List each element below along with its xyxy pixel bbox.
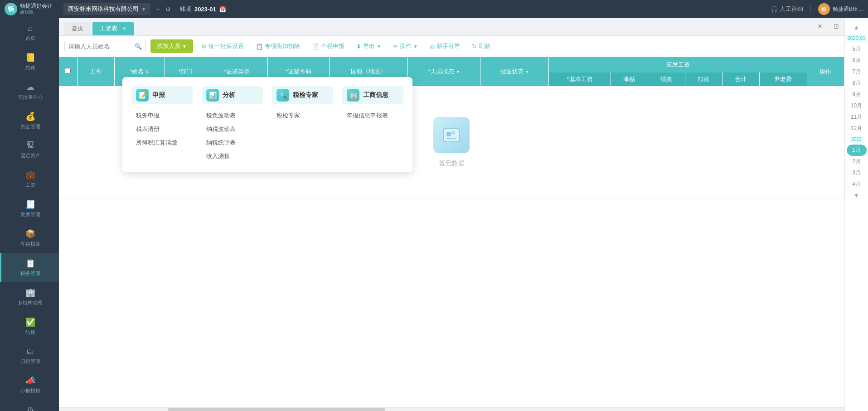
sidebar-item-promotion[interactable]: 📣 小畅报销 xyxy=(0,370,59,400)
timeline-month-5[interactable]: 5月 xyxy=(847,44,867,55)
support-btn[interactable]: 🎧 人工咨询 xyxy=(771,5,803,13)
sidebar-item-settle[interactable]: ✅ 结账 xyxy=(0,312,59,341)
restore-button[interactable]: ⊡ xyxy=(828,18,844,34)
sidebar-item-home[interactable]: ⌂ 首页 xyxy=(0,18,59,47)
settings-btn[interactable]: ⚙ xyxy=(165,6,171,13)
th-base-salary: *基本工资 xyxy=(549,73,611,86)
tab-close-icon[interactable]: ✕ xyxy=(122,25,126,32)
sidebar-item-archive[interactable]: 🗂 归档管理 xyxy=(0,341,59,370)
menu-item-tax-expert[interactable]: 税检专家 xyxy=(272,109,333,122)
operate-btn[interactable]: ✏ 操作 ▼ xyxy=(389,40,422,52)
sidebar-item-multi-org[interactable]: 🏢 多机构管理 xyxy=(0,282,59,312)
select-all-checkbox[interactable] xyxy=(65,68,71,74)
timeline-month-7[interactable]: 7月 xyxy=(847,66,867,77)
guide-btn[interactable]: ◎ 新手引导 xyxy=(426,40,464,52)
operate-label: 操作 xyxy=(400,42,412,50)
sidebar-item-tax[interactable]: 📋 税务管理 xyxy=(0,253,59,282)
timeline-month-6[interactable]: 6月 xyxy=(847,55,867,66)
calendar-icon[interactable]: 📅 xyxy=(219,6,226,13)
menu-item-income-tax-settle[interactable]: 所得税汇算清缴 xyxy=(131,136,193,150)
timeline-down-btn[interactable]: ▼ xyxy=(852,190,862,201)
menu-item-tax-table[interactable]: 税表清册 xyxy=(131,122,193,136)
menu-item-annual-report[interactable]: 年报信息申报表 xyxy=(342,109,403,122)
tab-payroll[interactable]: 工资表 ✕ xyxy=(92,22,134,35)
sidebar-label-ledger: 总账 xyxy=(25,64,35,71)
report-filter-icon[interactable]: ▼ xyxy=(525,69,529,74)
timeline-month-10[interactable]: 10月 xyxy=(847,100,867,111)
add-employee-btn[interactable]: 添加人员 ▼ xyxy=(150,39,193,53)
sidebar-item-inventory[interactable]: 📦 库存核算 xyxy=(0,223,59,253)
svg-rect-0 xyxy=(444,128,459,142)
menu-item-income-calc[interactable]: 收入测算 xyxy=(202,150,263,163)
fixed-asset-icon: 🏗 xyxy=(26,141,34,150)
timeline-month-4[interactable]: 4月 xyxy=(847,179,867,190)
declaration-icon: 📝 xyxy=(136,89,149,102)
timeline-month-3[interactable]: 3月 xyxy=(847,167,867,179)
tax-return-icon: 📄 xyxy=(312,43,319,50)
basic-icon: ⚙ xyxy=(27,405,34,411)
sidebar-item-payroll[interactable]: 💼 工资 xyxy=(0,164,59,194)
sidebar-label-fixed-asset: 固定资产 xyxy=(20,152,40,159)
empty-text: 暂无数据 xyxy=(439,160,464,168)
th-checkbox[interactable] xyxy=(59,57,77,86)
right-timeline: ▲ 2023.01 5月 6月 7月 8月 9月 10月 11月 12月 202… xyxy=(844,18,868,411)
sidebar-item-fixed-asset[interactable]: 🏗 固定资产 xyxy=(0,135,59,164)
menu-item-tax-burden[interactable]: 税负波动表 xyxy=(202,109,263,122)
period-display: 账期 2023-01 📅 xyxy=(180,5,226,13)
invoice-icon: 🧾 xyxy=(25,199,35,209)
timeline-up-btn[interactable]: ▲ xyxy=(852,22,862,33)
settle-icon: ✅ xyxy=(25,317,35,327)
inventory-icon: 📦 xyxy=(25,229,35,239)
special-deduction-btn[interactable]: 📋 专项附加扣除 xyxy=(252,40,304,52)
sidebar-item-ledger[interactable]: 📒 总账 xyxy=(0,47,59,77)
home-icon: ⌂ xyxy=(28,24,33,33)
th-status: *人员状态 ▼ xyxy=(408,57,480,86)
add-label: 添加人员 xyxy=(157,42,180,50)
analysis-icon: 📊 xyxy=(206,89,219,102)
period-label: 账期 xyxy=(180,5,192,13)
menu-item-tax-fluctuation[interactable]: 纳税波动表 xyxy=(202,122,263,136)
top-bar: 畅 畅捷通好会计 旗舰版 西安虾米网络科技有限公司 ▼ ＋ ⚙ 账期 2023-… xyxy=(0,0,868,18)
status-filter-icon[interactable]: ▼ xyxy=(456,69,460,74)
timeline-month-9[interactable]: 9月 xyxy=(847,89,867,100)
menu-item-tax-statistics[interactable]: 纳税统计表 xyxy=(202,136,263,150)
sidebar-item-cloud-report[interactable]: ☁ 云报表中心 xyxy=(0,77,59,106)
menu-item-tax-declaration[interactable]: 税务申报 xyxy=(131,109,193,122)
tab-home[interactable]: 首页 xyxy=(64,22,91,35)
tab-bar: 首页 工资表 ✕ xyxy=(59,18,844,36)
timeline-month-2[interactable]: 2月 xyxy=(847,156,867,167)
app-name: 畅捷通好会计 xyxy=(20,3,53,9)
section-title-declaration: 📝 申报 xyxy=(131,86,193,104)
name-sort-icon[interactable]: ⇅ xyxy=(145,69,149,74)
main-layout: ⌂ 首页 📒 总账 ☁ 云报表中心 💰 资金管理 🏗 固定资产 💼 工资 🧾 发… xyxy=(0,18,868,411)
close-button[interactable]: ✕ xyxy=(812,18,828,34)
add-company-btn[interactable]: ＋ xyxy=(155,5,161,13)
sidebar-label-invoice: 发票管理 xyxy=(20,211,40,218)
avatar: 畅 xyxy=(818,3,830,15)
user-info[interactable]: 畅 畅捷通B组… xyxy=(818,3,863,15)
th-allowance: 津贴 xyxy=(611,73,648,86)
horizontal-scrollbar[interactable] xyxy=(59,407,844,411)
refresh-btn[interactable]: ↻ 刷新 xyxy=(468,40,494,52)
headset-icon: 🎧 xyxy=(771,6,778,13)
th-operate: 操作 xyxy=(807,57,844,86)
export-btn[interactable]: ⬇ 导出 ▼ xyxy=(353,40,385,52)
fund-icon: 💰 xyxy=(25,111,35,121)
sidebar-label-settle: 结账 xyxy=(25,329,35,336)
sidebar-item-fund[interactable]: 💰 资金管理 xyxy=(0,106,59,135)
search-icon: 🔍 xyxy=(135,43,142,50)
tax-return-btn[interactable]: 📄 个税申报 xyxy=(308,40,348,52)
timeline-month-1[interactable]: 1月 xyxy=(847,145,867,156)
search-input[interactable] xyxy=(68,43,132,50)
social-insurance-btn[interactable]: ⚙ 统一社保设置 xyxy=(198,40,247,52)
timeline-month-8[interactable]: 8月 xyxy=(847,77,867,89)
sidebar-item-basic[interactable]: ⚙ 基础设置 xyxy=(0,400,59,411)
toolbar: 🔍 添加人员 ▼ ⚙ 统一社保设置 📋 专项附加扣除 📄 个税申报 ⬇ 导出 xyxy=(59,36,844,57)
company-selector[interactable]: 西安虾米网络科技有限公司 ▼ xyxy=(63,3,150,15)
sidebar-item-invoice[interactable]: 🧾 发票管理 xyxy=(0,194,59,223)
guide-label: 新手引导 xyxy=(436,42,460,50)
timeline-month-11[interactable]: 11月 xyxy=(847,111,867,123)
dropdown-section-business-info: 🏢 工商信息 年报信息申报表 xyxy=(342,86,403,163)
window-controls: ✕ ⊡ xyxy=(812,18,844,34)
timeline-month-12[interactable]: 12月 xyxy=(847,123,867,134)
